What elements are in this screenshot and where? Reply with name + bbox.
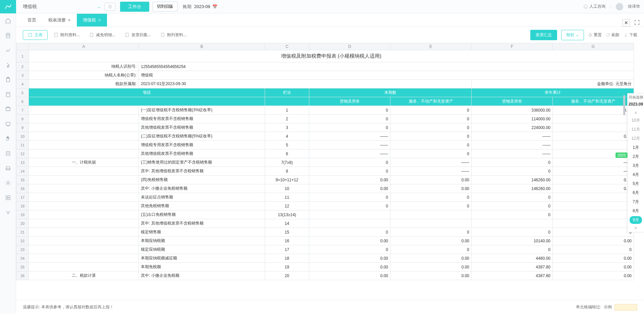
chevron-down-icon[interactable]: ⌄ bbox=[97, 4, 101, 9]
col-header[interactable]: B bbox=[139, 43, 265, 50]
cell[interactable] bbox=[390, 219, 472, 228]
cell[interactable]: 2 bbox=[265, 115, 309, 123]
cell[interactable]: 0.00 bbox=[309, 237, 390, 245]
cell[interactable]: 17 bbox=[265, 245, 309, 254]
cell[interactable]: 20 bbox=[16, 219, 29, 228]
cell[interactable]: (二)应征增值税不含税销售额(5%征收率) bbox=[139, 132, 265, 141]
month-option[interactable]: 4月 bbox=[628, 170, 644, 179]
cell[interactable] bbox=[29, 219, 139, 228]
month-option[interactable]: 5月 bbox=[628, 179, 644, 188]
cell[interactable] bbox=[29, 167, 139, 176]
cell[interactable] bbox=[309, 210, 390, 219]
cell[interactable]: 0.00 bbox=[553, 132, 634, 141]
cell[interactable]: 0 bbox=[553, 123, 634, 132]
cell[interactable]: 0 bbox=[390, 193, 472, 202]
cell[interactable] bbox=[29, 141, 139, 149]
col-header[interactable]: C bbox=[265, 43, 309, 50]
cell[interactable]: 0 bbox=[472, 193, 553, 202]
cell[interactable] bbox=[29, 245, 139, 254]
cell[interactable]: 0 bbox=[309, 202, 390, 210]
cell[interactable]: 16 bbox=[16, 184, 29, 193]
consult-link[interactable]: 人工咨询 bbox=[583, 4, 605, 9]
cell[interactable]: 服务、不动产和无形资产 bbox=[390, 97, 472, 106]
cell[interactable]: 0 bbox=[390, 228, 472, 237]
cell[interactable]: 0 bbox=[309, 167, 390, 176]
cell[interactable]: 本期应纳税额减征额 bbox=[139, 254, 265, 263]
cell[interactable]: 15 bbox=[16, 176, 29, 184]
cell[interactable]: 21 bbox=[16, 228, 29, 237]
cell[interactable]: 其中: 小微企业免税销售额 bbox=[139, 184, 265, 193]
cell[interactable]: (一)应征增值税不含税销售额(3%征收率) bbox=[139, 106, 265, 115]
cell[interactable]: —— bbox=[309, 141, 390, 149]
nav-export-icon[interactable] bbox=[0, 146, 16, 161]
cell[interactable]: 5 bbox=[16, 88, 29, 97]
cell[interactable]: 0.00 bbox=[553, 176, 634, 184]
avatar[interactable] bbox=[616, 3, 623, 10]
switch-old-button[interactable]: 切到旧版 bbox=[153, 2, 177, 11]
cell[interactable]: 0 bbox=[553, 115, 634, 123]
cell[interactable]: 增值税 bbox=[139, 71, 634, 80]
subtab-attach1[interactable]: 附列资料... bbox=[50, 30, 83, 40]
cell[interactable]: —— bbox=[390, 167, 472, 176]
cell[interactable]: 0 bbox=[472, 210, 553, 219]
cell[interactable] bbox=[265, 97, 309, 106]
workbench-button[interactable]: 工作台 bbox=[120, 2, 149, 12]
nav-home-icon[interactable] bbox=[0, 13, 16, 28]
nav-calc-icon[interactable] bbox=[0, 87, 16, 102]
cell[interactable]: 0.00 bbox=[309, 263, 390, 271]
cell[interactable]: 0 bbox=[472, 167, 553, 176]
period-start-button[interactable]: 期初⌄ bbox=[561, 30, 584, 40]
cell[interactable]: 0 bbox=[309, 158, 390, 167]
month-up-icon[interactable]: ▲ bbox=[628, 109, 644, 116]
cell[interactable]: —— bbox=[472, 149, 553, 158]
cell[interactable]: 本期应纳税额 bbox=[139, 237, 265, 245]
cell[interactable]: 0.00 bbox=[553, 271, 634, 280]
col-header[interactable]: G bbox=[553, 43, 634, 50]
subtab-main[interactable]: 主表 bbox=[23, 30, 48, 40]
cell[interactable]: (五)出口免税销售额 bbox=[139, 210, 265, 219]
cell[interactable]: 4387.80 bbox=[472, 271, 553, 280]
cell[interactable] bbox=[29, 228, 139, 237]
cell[interactable]: 14 bbox=[265, 219, 309, 228]
cell[interactable]: 纳税人识别号: bbox=[29, 62, 139, 71]
nav-gear-icon[interactable] bbox=[0, 176, 16, 190]
list-icon-button[interactable] bbox=[105, 3, 115, 11]
cell[interactable]: 货物及劳务 bbox=[309, 97, 390, 106]
cell[interactable]: 26 bbox=[16, 271, 29, 280]
cell[interactable]: 16 bbox=[265, 237, 309, 245]
cell[interactable]: 0.00 bbox=[390, 237, 472, 245]
cell[interactable]: 0 bbox=[553, 193, 634, 202]
tab-vat[interactable]: 增值税✕ bbox=[77, 14, 107, 26]
cell[interactable]: 6 bbox=[265, 149, 309, 158]
cell[interactable]: 2023-07-01至2023-09-30 bbox=[139, 80, 472, 88]
cell[interactable]: 0.00 bbox=[390, 184, 472, 193]
cell[interactable]: 其中: 小微企业免税额 bbox=[139, 271, 265, 280]
cell[interactable] bbox=[29, 149, 139, 158]
cell[interactable]: 0.00 bbox=[309, 254, 390, 263]
cell[interactable]: 4387.80 bbox=[472, 263, 553, 271]
period-value[interactable]: 2023-09 bbox=[194, 4, 210, 9]
cell[interactable]: —— bbox=[309, 132, 390, 141]
cell[interactable]: 1 bbox=[265, 106, 309, 115]
close-icon[interactable]: ✕ bbox=[98, 18, 101, 22]
download-button[interactable]: 下载 bbox=[624, 32, 637, 38]
cell[interactable]: 7 bbox=[16, 106, 29, 115]
cell[interactable]: 10 bbox=[265, 184, 309, 193]
cell[interactable]: 7(7≥8) bbox=[265, 158, 309, 167]
cell[interactable] bbox=[29, 237, 139, 245]
cell[interactable]: 0.00 bbox=[309, 271, 390, 280]
row-header[interactable]: 1 bbox=[16, 50, 29, 62]
cell[interactable]: 10 bbox=[16, 132, 29, 141]
cell[interactable]: 本期数 bbox=[309, 88, 472, 97]
cell[interactable]: 0 bbox=[553, 141, 634, 149]
cell[interactable]: 增值税专用发票不含税销售额 bbox=[139, 115, 265, 123]
corner[interactable] bbox=[16, 43, 29, 50]
spreadsheet[interactable]: ABCDEFG1增值税及附加税费申报表 (小规模纳税人适用)2纳税人识别号:12… bbox=[16, 43, 644, 280]
close-icon[interactable]: ✕ bbox=[68, 18, 71, 22]
cell[interactable]: 0 bbox=[309, 193, 390, 202]
cell[interactable] bbox=[29, 106, 139, 115]
cell[interactable] bbox=[29, 263, 139, 271]
col-header[interactable]: A bbox=[29, 43, 139, 50]
cell[interactable]: 0 bbox=[472, 158, 553, 167]
cell[interactable]: 12 bbox=[265, 202, 309, 210]
